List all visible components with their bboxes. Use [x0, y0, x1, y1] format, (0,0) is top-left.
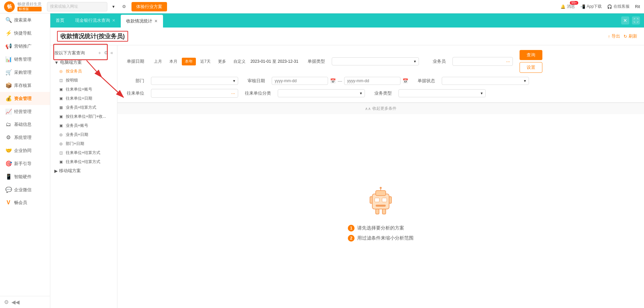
calendar-from-icon[interactable]: 📅: [330, 78, 336, 84]
partner-settle1-icon: ◫: [58, 150, 64, 156]
scheme-item-by-detail[interactable]: ◫ 按明细: [50, 76, 117, 85]
sidebar-item-label: 采购管理: [14, 69, 32, 75]
salesman-more-icon[interactable]: ···: [506, 59, 510, 64]
refresh-btn[interactable]: ↻ 刷新: [624, 33, 637, 39]
tab-close-bank-flow[interactable]: ✕: [112, 18, 115, 23]
collapse-more-conditions-btn[interactable]: ∧∧ 收起更多条件: [117, 103, 644, 114]
more-date-btn[interactable]: 更多: [215, 58, 229, 65]
tab-close-window-btn[interactable]: ✕: [621, 16, 629, 24]
scheme-category-mobile[interactable]: ▶ 移动端方案: [50, 166, 117, 175]
scheme-settings-icon[interactable]: ⚙: [104, 50, 108, 56]
tab-close-collection-stats[interactable]: ✕: [154, 19, 158, 23]
export-btn[interactable]: ↑ 导出: [608, 33, 621, 39]
audit-date-from[interactable]: [272, 77, 328, 85]
sidebar-item-inventory[interactable]: 📦 库存核算: [0, 79, 50, 92]
app-download-btn[interactable]: 📲 App下载: [580, 4, 602, 9]
settings-bottom-icon[interactable]: ⚙: [4, 299, 9, 305]
sidebar-item-finance[interactable]: 💰 资金管理: [0, 92, 50, 105]
download-icon: 📲: [580, 4, 585, 9]
last-month-btn[interactable]: 上月: [151, 58, 165, 65]
empty-state: 1 请先选择要分析的方案 2 用过滤条件来缩小分析范围: [117, 114, 644, 308]
search-placeholder: 搜索或输入网址: [50, 4, 78, 9]
page-header: 收款情况统计(按业务员) ↑ 导出 ↻ 刷新: [50, 28, 644, 45]
online-service-btn[interactable]: 🎧 在线客服: [607, 4, 630, 9]
scheme-item-partner-settlement1[interactable]: ◫ 往来单位+结算方式: [50, 148, 117, 157]
biz-type-label: 业务类型: [372, 90, 392, 96]
svg-rect-8: [389, 197, 391, 203]
empty-robot-icon: [364, 184, 397, 217]
scheme-item-salesman-date[interactable]: ◎ 业务员+日期: [50, 130, 117, 139]
scheme-item-salesman-settlement[interactable]: ▦ 业务员+结算方式: [50, 103, 117, 112]
setup-btn[interactable]: 设置: [520, 62, 542, 73]
filter-row-1: 单据日期 上月 本月 本年 近7天 更多 自定义: [124, 50, 637, 73]
page-title: 收款情况统计(按业务员): [57, 31, 128, 42]
dept-select[interactable]: ▾: [151, 77, 238, 85]
sidebar-item-purchase[interactable]: 🛒 采购管理: [0, 66, 50, 79]
sidebar-item-hardware[interactable]: 📱 智能硬件: [0, 170, 50, 183]
scheme-item-salesman-account[interactable]: ▣ 业务员+账号: [50, 121, 117, 130]
sidebar-item-quick-nav[interactable]: ⚡ 快捷导航: [0, 27, 50, 40]
scheme-item-partner-account[interactable]: ▣ 往来单位+账号: [50, 85, 117, 94]
scheme-item-partner-date[interactable]: ▣ 往来单位+日期: [50, 94, 117, 103]
tab-bank-flow[interactable]: 现金银行流水查询 ✕: [70, 13, 121, 28]
sidebar-item-operation[interactable]: 📈 经营管理: [0, 105, 50, 118]
scheme-item-by-salesman[interactable]: ◎ 按业务员: [50, 67, 117, 76]
partner-more-icon[interactable]: ···: [231, 91, 235, 96]
query-btn[interactable]: 查询: [520, 50, 542, 60]
scheme-item-partner-dept-collect[interactable]: ▣ 按往来单位+部门+收...: [50, 112, 117, 121]
scheme-item-dept-date[interactable]: ◎ 部门+日期: [50, 139, 117, 148]
sidebar-item-guide[interactable]: 🎯 新手引导: [0, 157, 50, 170]
sidebar-item-search-menu[interactable]: 🔍 搜索菜单: [0, 13, 50, 27]
empty-step-1: 1 请先选择要分析的方案: [348, 225, 414, 232]
tab-maximize-btn[interactable]: ⛶: [632, 16, 640, 24]
doc-type-label: 单据类型: [305, 58, 325, 64]
this-month-btn[interactable]: 本月: [166, 58, 180, 65]
doc-status-select[interactable]: ▾: [442, 77, 529, 85]
doc-type-select[interactable]: ▾: [332, 57, 419, 65]
sidebar-item-enterprise[interactable]: 🤝 企业协同: [0, 144, 50, 157]
scheme-collapse-icon[interactable]: «: [110, 50, 113, 56]
svg-rect-4: [375, 198, 379, 202]
custom-date-btn[interactable]: 自定义: [230, 58, 249, 65]
partner-select[interactable]: ···: [151, 89, 238, 98]
sidebar-item-label: 企业协同: [14, 148, 32, 154]
biz-type-select[interactable]: ▾: [398, 89, 486, 97]
sidebar-item-label: 企业微信: [14, 187, 32, 193]
doc-status-label: 单据状态: [415, 78, 435, 84]
scheme-add-icon[interactable]: ＋: [97, 50, 102, 56]
sidebar-item-wechat[interactable]: 💬 企业微信: [0, 183, 50, 196]
tab-home[interactable]: 首页: [50, 13, 70, 28]
salesman-scheme-icon: ◎: [58, 69, 64, 74]
sidebar-item-basic[interactable]: 🗂 基础信息: [0, 118, 50, 131]
sidebar-item-member[interactable]: V 畅会员: [0, 196, 50, 209]
collapse-bottom-icon[interactable]: ◀◀: [11, 299, 19, 305]
system-icon: ⚙: [5, 134, 11, 141]
scheme-item-partner-settlement2[interactable]: ▣ 往来单位+结算方式: [50, 157, 117, 166]
svg-rect-7: [370, 197, 372, 203]
sidebar-item-system[interactable]: ⚙ 系统管理: [0, 131, 50, 144]
tab-collection-stats[interactable]: 收款情况统计 ✕: [121, 15, 163, 28]
partner-category-select[interactable]: ▾: [278, 89, 365, 97]
quick-nav-icon: ⚡: [5, 30, 11, 36]
trial-btn[interactable]: 体验行业方案: [131, 2, 167, 11]
audit-date-to[interactable]: [344, 77, 400, 85]
user-label[interactable]: Rit: [635, 4, 640, 9]
date-shortcuts: 上月 本月 本年 近7天 更多 自定义: [151, 58, 249, 65]
salesman-select[interactable]: ···: [452, 57, 513, 66]
sidebar-item-sales[interactable]: 📊 销售管理: [0, 53, 50, 66]
sidebar-item-label: 资金管理: [14, 96, 32, 102]
scheme-category-desktop[interactable]: ▼ 电脑端方案: [50, 58, 117, 67]
partner-category-label: 往来单位分类: [245, 90, 271, 96]
address-bar-dropdown[interactable]: ▾: [110, 3, 117, 10]
calendar-to-icon[interactable]: 📅: [402, 78, 408, 84]
sidebar: 🔍 搜索菜单 ⚡ 快捷导航 📢 营销推广 📊 销售管理 🛒 采购管理 📦: [0, 13, 50, 308]
basic-icon: 🗂: [5, 121, 11, 127]
date-from: 2023-01-01: [251, 59, 271, 64]
this-year-btn[interactable]: 本年: [182, 58, 196, 65]
wechat-icon: 💬: [5, 187, 11, 193]
sidebar-item-label: 销售管理: [14, 56, 32, 62]
sidebar-item-marketing[interactable]: 📢 营销推广: [0, 40, 50, 53]
settings-gear-icon[interactable]: ⚙: [119, 2, 129, 11]
messages-btn[interactable]: 🔔 消息 99+: [560, 4, 575, 9]
last-7-btn[interactable]: 近7天: [197, 58, 214, 65]
